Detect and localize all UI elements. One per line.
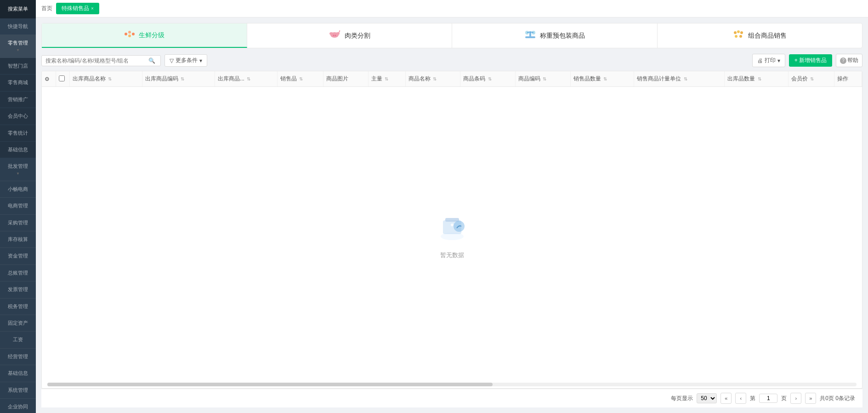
filter-label: 更多条件 bbox=[176, 57, 198, 64]
svg-point-5 bbox=[329, 32, 333, 35]
page-number-input[interactable] bbox=[759, 394, 777, 403]
svg-point-7 bbox=[333, 35, 335, 36]
sidebar-item-enterprise[interactable]: 企业协同 bbox=[0, 399, 36, 413]
print-button[interactable]: 🖨 打印 ▾ bbox=[752, 54, 785, 67]
tab-fresh-grade-label: 生鲜分级 bbox=[139, 31, 165, 40]
svg-point-16 bbox=[737, 30, 740, 33]
sort-icon: ⇅ bbox=[247, 76, 250, 81]
svg-point-18 bbox=[735, 35, 738, 38]
print-label: 打印 bbox=[765, 57, 776, 64]
tab-meat-cut[interactable]: 肉类分割 bbox=[247, 23, 453, 48]
sort-icon: ⇅ bbox=[181, 76, 184, 81]
sort-icon: ⇅ bbox=[810, 76, 814, 81]
sidebar-item-member[interactable]: 会员中心 bbox=[0, 108, 36, 125]
toolbar-left: 🔍 ▽ 更多条件 ▾ bbox=[41, 54, 207, 67]
sidebar-item-basic-info2[interactable]: 基础信息 bbox=[0, 365, 36, 382]
home-tab[interactable]: 首页 bbox=[41, 5, 52, 12]
filter-icon: ▽ bbox=[170, 57, 174, 64]
sidebar-item-smart-store[interactable]: 智慧门店 bbox=[0, 58, 36, 75]
next-page-button[interactable]: › bbox=[790, 393, 801, 404]
freshgrade-icon bbox=[124, 30, 135, 40]
col-product-code[interactable]: 商品编码 ⇅ bbox=[516, 71, 571, 87]
main-content: 首页 特殊销售品 × 生鲜分级 bbox=[36, 0, 868, 413]
sidebar-logo[interactable]: 搜索菜单 bbox=[0, 0, 36, 18]
page-label-prefix: 第 bbox=[750, 395, 755, 402]
select-all-checkbox[interactable] bbox=[59, 75, 65, 81]
sidebar-item-wholesale[interactable]: 批发管理 ▼ bbox=[0, 158, 36, 181]
sidebar-item-basic-info[interactable]: 基础信息 bbox=[0, 142, 36, 158]
last-page-button[interactable]: » bbox=[805, 393, 816, 404]
first-page-button[interactable]: « bbox=[720, 393, 732, 404]
empty-icon bbox=[434, 209, 471, 246]
col-out-product-code[interactable]: 出库商品编码 ⇅ bbox=[142, 71, 215, 87]
tab-combo-sale-label: 组合商品销售 bbox=[748, 32, 787, 40]
total-info: 共0页 0条记录 bbox=[820, 395, 855, 402]
table-header-row: ⚙ 出库商品名称 ⇅ 出库商品编码 ⇅ 出库商品 bbox=[42, 71, 862, 87]
sidebar-item-invoice[interactable]: 发票管理 bbox=[0, 281, 36, 298]
empty-state: 暂无数据 bbox=[42, 87, 862, 381]
horizontal-scrollbar[interactable] bbox=[47, 383, 857, 386]
sidebar-item-mini-ecom[interactable]: 小畅电商 bbox=[0, 181, 36, 198]
per-page-label: 每页显示 bbox=[671, 395, 693, 402]
combo-icon bbox=[732, 30, 744, 41]
sort-icon: ⇅ bbox=[385, 76, 388, 81]
sidebar-item-retail-mgmt[interactable]: 零售管理 ▲ bbox=[0, 35, 36, 58]
col-sale-product[interactable]: 销售品 ⇅ bbox=[277, 71, 323, 87]
tab-scale-prepack[interactable]: 称重预包装商品 bbox=[452, 23, 658, 48]
col-product-name[interactable]: 商品名称 ⇅ bbox=[405, 71, 460, 87]
col-out-product-name[interactable]: 出库商品名称 ⇅ bbox=[69, 71, 142, 87]
svg-point-15 bbox=[734, 31, 737, 34]
chevron-down-icon: ▼ bbox=[16, 171, 20, 176]
col-checkbox[interactable] bbox=[56, 71, 69, 87]
sidebar-item-general-ledger[interactable]: 总账管理 bbox=[0, 265, 36, 281]
scrollbar-thumb[interactable] bbox=[47, 383, 493, 386]
svg-point-24 bbox=[451, 224, 454, 226]
tab-combo-sale[interactable]: 组合商品销售 bbox=[658, 23, 862, 48]
tab-meat-cut-label: 肉类分割 bbox=[345, 32, 370, 40]
sidebar-item-retail-stats[interactable]: 零售统计 bbox=[0, 125, 36, 142]
col-sale-qty[interactable]: 销售品数量 ⇅ bbox=[570, 71, 634, 87]
sidebar-item-purchase[interactable]: 采购管理 bbox=[0, 215, 36, 231]
tab-scale-prepack-label: 称重预包装商品 bbox=[540, 32, 585, 40]
search-box[interactable]: 🔍 bbox=[41, 55, 161, 66]
sidebar-item-finance[interactable]: 资金管理 bbox=[0, 248, 36, 264]
col-out-qty[interactable]: 出库品数量 ⇅ bbox=[725, 71, 789, 87]
tab-fresh-grade[interactable]: 生鲜分级 bbox=[42, 23, 247, 48]
sidebar-item-payroll[interactable]: 工资 bbox=[0, 332, 36, 348]
active-tab[interactable]: 特殊销售品 × bbox=[56, 3, 99, 14]
sidebar: 搜索菜单 快捷导航 零售管理 ▲ 智慧门店 零售商城 营销推广 会员中心 零售统… bbox=[0, 0, 36, 413]
sidebar-item-tax[interactable]: 税务管理 bbox=[0, 298, 36, 315]
prev-page-button[interactable]: ‹ bbox=[735, 393, 746, 404]
page-label-suffix: 页 bbox=[781, 395, 787, 402]
col-weight[interactable]: 主量 ⇅ bbox=[368, 71, 405, 87]
col-settings[interactable]: ⚙ bbox=[42, 71, 56, 87]
per-page-select[interactable]: 50 bbox=[697, 393, 717, 403]
pig-icon bbox=[328, 30, 341, 41]
close-tab-icon[interactable]: × bbox=[91, 6, 94, 11]
sidebar-item-promotion[interactable]: 营销推广 bbox=[0, 92, 36, 108]
sidebar-item-retail-mall[interactable]: 零售商城 bbox=[0, 75, 36, 91]
help-button[interactable]: ? 帮助 bbox=[836, 54, 862, 67]
sidebar-item-ecom-mgmt[interactable]: 电商管理 bbox=[0, 198, 36, 214]
add-button[interactable]: + 新增销售品 bbox=[789, 54, 832, 67]
svg-point-1 bbox=[128, 31, 131, 34]
col-sale-unit[interactable]: 销售商品计量单位 ⇅ bbox=[634, 71, 725, 87]
toolbar-right: 🖨 打印 ▾ + 新增销售品 ? 帮助 bbox=[752, 54, 862, 67]
toolbar: 🔍 ▽ 更多条件 ▾ 🖨 打印 ▾ + 新增销售品 ? bbox=[41, 54, 862, 67]
sort-icon: ⇅ bbox=[543, 76, 546, 81]
col-product-barcode[interactable]: 商品条码 ⇅ bbox=[460, 71, 516, 87]
sidebar-item-fixed-assets[interactable]: 固定资产 bbox=[0, 315, 36, 332]
sidebar-item-quick-nav[interactable]: 快捷导航 bbox=[0, 18, 36, 35]
filter-button[interactable]: ▽ 更多条件 ▾ bbox=[165, 54, 207, 67]
svg-rect-10 bbox=[529, 32, 531, 36]
add-label: + 新增销售品 bbox=[794, 57, 827, 64]
sidebar-item-ops-mgmt[interactable]: 经营管理 bbox=[0, 349, 36, 365]
search-input[interactable] bbox=[45, 57, 147, 64]
col-out-product-info[interactable]: 出库商品... ⇅ bbox=[215, 71, 277, 87]
sort-icon: ⇅ bbox=[108, 76, 112, 81]
sort-icon: ⇅ bbox=[299, 76, 303, 81]
sort-icon: ⇅ bbox=[603, 76, 607, 81]
col-member-price[interactable]: 会员价 ⇅ bbox=[789, 71, 834, 87]
sidebar-item-system[interactable]: 系统管理 bbox=[0, 382, 36, 399]
sidebar-item-inventory[interactable]: 库存核算 bbox=[0, 231, 36, 248]
